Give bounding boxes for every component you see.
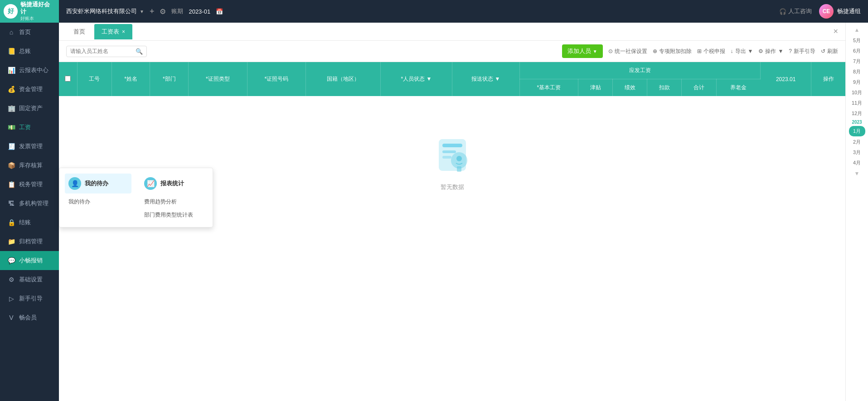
popup-sections: 👤 我的待办 我的待办 📈 报表统计 费用趋势分析 部门费用类型统计表 <box>59 168 213 227</box>
logo-text-area: 畅捷通好会计 好账本 <box>20 1 55 21</box>
sidebar-nav: ⌂ 首页 📒 总账 📊 云报表中心 💰 资金管理 🏢 固定资产 💵 工资 🧾 发… <box>0 23 59 401</box>
timeline-month-7[interactable]: 7月 <box>846 56 868 67</box>
sidebar-item-basic[interactable]: ⚙ 基础设置 <box>0 270 59 289</box>
security-icon: ⊙ <box>608 48 613 54</box>
timeline-month-2[interactable]: 2月 <box>846 137 868 147</box>
sidebar-item-member[interactable]: V 畅会员 <box>0 308 59 327</box>
calendar-icon[interactable]: 📅 <box>216 8 223 15</box>
period-label: 账期 <box>171 7 183 15</box>
sidebar-label-salary: 工资 <box>19 123 31 131</box>
timeline-up-icon[interactable]: ▲ <box>852 24 863 35</box>
company-selector[interactable]: 西安虾米网络科技有限公司 ▼ <box>66 7 144 15</box>
sidebar-item-guide[interactable]: ▷ 新手引导 <box>0 289 59 308</box>
sidebar-item-reports[interactable]: 📊 云报表中心 <box>0 61 59 80</box>
timeline-month-6[interactable]: 6月 <box>846 46 868 56</box>
app-name: 畅捷通好会计 <box>20 1 55 15</box>
th-nationality: 国籍（地区） <box>305 62 380 96</box>
deduction-icon: ⊕ <box>653 48 657 54</box>
export-btn[interactable]: ↓ 导出 ▼ <box>731 48 753 55</box>
tax-report-btn[interactable]: ⊞ 个税申报 <box>697 48 725 55</box>
timeline-month-4[interactable]: 4月 <box>846 158 868 168</box>
tab-home-label: 首页 <box>73 28 85 36</box>
sidebar-label-tax: 税务管理 <box>19 180 43 188</box>
ledger-icon: 📒 <box>7 47 15 55</box>
avatar: CE <box>819 4 834 19</box>
svg-rect-1 <box>442 144 462 147</box>
timeline-month-3[interactable]: 3月 <box>846 147 868 158</box>
special-deduction-btn[interactable]: ⊕ 专项附加扣除 <box>653 48 692 55</box>
svg-rect-6 <box>457 166 461 172</box>
sidebar-item-ledger[interactable]: 📒 总账 <box>0 42 59 61</box>
archive-icon: 📁 <box>7 237 15 246</box>
xiaochang-icon: 💬 <box>7 256 15 265</box>
th-checkbox[interactable] <box>59 62 77 96</box>
th-report-status: 报送状态 ▼ <box>452 62 519 96</box>
sidebar-item-salary[interactable]: 💵 工资 <box>0 118 59 137</box>
sidebar-label-guide: 新手引导 <box>19 295 43 303</box>
tab-salary[interactable]: 工资表 × <box>94 24 132 39</box>
timeline: ▲ 5月 6月 7月 8月 9月 10月 11月 12月 2023 1月 2月 … <box>845 23 868 401</box>
close-window-icon[interactable]: × <box>833 27 838 36</box>
setting-icon[interactable]: ⚙ <box>160 7 166 16</box>
timeline-month-11[interactable]: 11月 <box>846 98 868 108</box>
timeline-month-10[interactable]: 10月 <box>846 87 868 98</box>
th-actions: 操作 <box>811 62 845 96</box>
popup-item-cost-trend[interactable]: 费用趋势分析 <box>141 195 207 208</box>
sidebar-item-closing[interactable]: 🔒 结账 <box>0 213 59 232</box>
social-security-btn[interactable]: ⊙ 统一社保设置 <box>608 48 647 55</box>
sidebar-item-funds[interactable]: 💰 资金管理 <box>0 80 59 99</box>
th-pension: 养老金 <box>716 79 760 97</box>
sidebar-item-inventory[interactable]: 📦 库存核算 <box>0 156 59 175</box>
sidebar-label-basic: 基础设置 <box>19 275 43 284</box>
timeline-month-12[interactable]: 12月 <box>846 108 868 119</box>
sidebar-item-assets[interactable]: 🏢 固定资产 <box>0 99 59 118</box>
th-id: 工号 <box>77 62 112 96</box>
sidebar-label-reports: 云报表中心 <box>19 66 48 74</box>
select-all-checkbox[interactable] <box>65 76 71 82</box>
guide-btn[interactable]: ? 新手引导 <box>789 48 815 55</box>
operation-btn[interactable]: ⚙ 操作 ▼ <box>758 48 783 55</box>
th-base-salary: *基本工资 <box>519 79 578 97</box>
svg-point-5 <box>456 156 462 161</box>
sidebar-item-xiaochang[interactable]: 💬 小畅报销 <box>0 251 59 270</box>
tab-home[interactable]: 首页 <box>66 24 92 39</box>
sidebar-item-invoice[interactable]: 🧾 发票管理 <box>0 137 59 156</box>
home-icon: ⌂ <box>7 28 15 36</box>
export-icon: ↓ <box>731 48 733 54</box>
sidebar-label-xiaochang: 小畅报销 <box>19 256 43 265</box>
add-icon[interactable]: + <box>150 7 155 16</box>
reports-icon: 📊 <box>7 66 15 74</box>
guide-icon: ▷ <box>7 295 15 303</box>
timeline-month-5[interactable]: 5月 <box>846 35 868 46</box>
th-id-no: *证照号码 <box>247 62 305 96</box>
popup-item-pending[interactable]: 我的待办 <box>65 195 131 208</box>
popup-pending-header[interactable]: 👤 我的待办 <box>65 174 131 193</box>
timeline-month-1[interactable]: 1月 <box>849 126 865 136</box>
timeline-down-icon[interactable]: ▼ <box>852 168 863 179</box>
sidebar-item-archive[interactable]: 📁 归档管理 <box>0 232 59 251</box>
sidebar-item-multi-org[interactable]: 🏗 多机构管理 <box>0 194 59 213</box>
member-icon: V <box>7 314 15 322</box>
popup-menu: 👤 我的待办 我的待办 📈 报表统计 费用趋势分析 部门费用类型统计表 <box>59 168 213 227</box>
svg-rect-3 <box>442 156 451 159</box>
username: 畅捷通组 <box>837 7 861 15</box>
timeline-month-9[interactable]: 9月 <box>846 77 868 87</box>
tab-close-icon[interactable]: × <box>122 29 125 35</box>
sidebar-item-tax[interactable]: 📋 税务管理 <box>0 175 59 194</box>
sidebar-item-home[interactable]: ⌂ 首页 <box>0 23 59 42</box>
refresh-btn[interactable]: ↺ 刷新 <box>821 48 838 55</box>
search-input[interactable] <box>70 48 134 54</box>
popup-item-dept-cost[interactable]: 部门费用类型统计表 <box>141 208 207 222</box>
period-value[interactable]: 2023-01 <box>189 8 210 15</box>
export-dropdown-icon: ▼ <box>748 48 753 54</box>
add-person-button[interactable]: 添加人员 ▼ <box>562 44 603 58</box>
basic-icon: ⚙ <box>7 275 15 284</box>
toolbar-right: 添加人员 ▼ ⊙ 统一社保设置 ⊕ 专项附加扣除 ⊞ 个税申报 <box>562 44 838 58</box>
user-menu[interactable]: CE 畅捷通组 <box>819 4 861 19</box>
tab-salary-label: 工资表 <box>102 28 119 36</box>
search-icon[interactable]: 🔍 <box>136 48 143 55</box>
topbar-right: 🎧 人工咨询 CE 畅捷通组 <box>779 4 861 19</box>
timeline-month-8[interactable]: 8月 <box>846 67 868 77</box>
service-button[interactable]: 🎧 人工咨询 <box>779 7 812 15</box>
popup-reports-header[interactable]: 📈 报表统计 <box>141 174 207 193</box>
